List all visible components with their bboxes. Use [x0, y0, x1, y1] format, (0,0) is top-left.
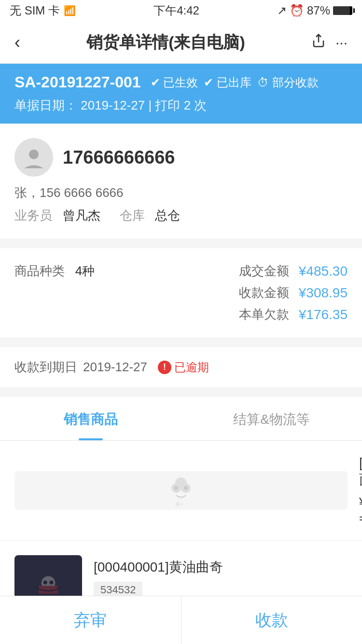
- alarm-icon: ⏰: [290, 4, 304, 17]
- svg-point-6: [184, 486, 188, 490]
- tab-settlement[interactable]: 结算&物流等: [181, 397, 362, 440]
- product-code-2: [000400001]黄油曲奇: [94, 558, 348, 576]
- svg-point-12: [49, 580, 53, 584]
- status-tag-effective: ✔ 已生效: [151, 75, 198, 90]
- nav-actions: ···: [311, 33, 348, 51]
- product-price-1: ¥40 x 5 袋 = ¥199.99: [359, 494, 362, 526]
- status-left: 无 SIM 卡 📶: [10, 3, 76, 18]
- svg-point-5: [174, 486, 178, 490]
- warehouse-label-text: 仓库: [120, 208, 145, 223]
- status-tags: ✔ 已生效 ✔ 已出库 ⏱ 部分收款: [151, 75, 319, 90]
- nav-bar: ‹ 销货单详情(来自电脑) ···: [0, 21, 362, 64]
- owed-row: 本单欠款 ¥176.35: [239, 306, 348, 323]
- cancel-review-button[interactable]: 弃审: [0, 596, 181, 644]
- carrier-text: 无 SIM 卡: [10, 3, 60, 18]
- summary-left: 商品种类 4种: [14, 263, 95, 323]
- due-section: 收款到期日 2019-12-27 ! 已逾期: [0, 347, 362, 387]
- order-date: 2019-12-27: [81, 98, 145, 112]
- back-button[interactable]: ‹: [14, 32, 20, 53]
- owed-label: 本单欠款: [239, 306, 289, 323]
- summary-grid: 商品种类 4种 成交金额 ¥485.30 收款金额 ¥308.95 本单欠款 ¥…: [14, 263, 348, 323]
- summary-section: 商品种类 4种 成交金额 ¥485.30 收款金额 ¥308.95 本单欠款 ¥…: [0, 248, 362, 337]
- avatar: [14, 138, 53, 177]
- tabs-section: 销售商品 结算&物流等: [0, 397, 362, 441]
- tabs: 销售商品 结算&物流等: [0, 397, 362, 440]
- customer-section: 17666666666 张，156 6666 6666 业务员 曾凡杰 仓库 总…: [0, 124, 362, 238]
- sales-label-text: 业务员: [14, 208, 52, 223]
- svg-point-11: [43, 580, 47, 584]
- transaction-label: 成交金额: [239, 263, 289, 280]
- summary-right: 成交金额 ¥485.30 收款金额 ¥308.95 本单欠款 ¥176.35: [239, 263, 348, 323]
- svg-text:兽+: 兽+: [175, 502, 183, 507]
- tab-products[interactable]: 销售商品: [0, 397, 181, 440]
- transaction-amount: ¥485.30: [299, 264, 348, 279]
- banner-row2: 单据日期： 2019-12-27 | 打印 2 次: [14, 97, 348, 114]
- print-info: | 打印 2 次: [148, 98, 207, 112]
- customer-name: 17666666666: [63, 147, 175, 168]
- date-label: 单据日期：: [14, 98, 77, 112]
- share-icon[interactable]: [311, 33, 326, 51]
- customer-detail: 张，156 6666 6666: [14, 184, 348, 201]
- collect-payment-button[interactable]: 收款: [181, 596, 362, 644]
- bottom-bar: 弃审 收款: [0, 596, 362, 644]
- product-item-1: 兽+ [0000002]面包 ¥40 x 5 袋 = ¥199.99: [0, 441, 362, 541]
- overdue-text: 已逾期: [174, 360, 209, 375]
- due-label: 收款到期日: [14, 359, 77, 376]
- page-title: 销货单详情(来自电脑): [86, 31, 245, 54]
- wifi-icon: 📶: [64, 5, 76, 16]
- status-tag-delivered: ✔ 已出库: [204, 75, 251, 90]
- location-icon: ↗: [277, 4, 287, 17]
- due-date: 2019-12-27: [83, 360, 147, 375]
- unit-price-1: ¥40: [359, 495, 362, 509]
- battery-icon: [333, 6, 352, 15]
- sales-label: 业务员 曾凡杰: [14, 207, 100, 224]
- product-type-row: 商品种类 4种: [14, 263, 95, 280]
- received-row: 收款金额 ¥308.95: [239, 284, 348, 301]
- product-info-1: [0000002]面包 ¥40 x 5 袋 = ¥199.99: [359, 455, 362, 526]
- svg-point-1: [29, 150, 39, 159]
- overdue-icon: !: [158, 361, 171, 374]
- status-tag-partial: ⏱ 部分收款: [257, 75, 319, 90]
- customer-meta: 业务员 曾凡杰 仓库 总仓: [14, 207, 348, 224]
- order-id: SA-20191227-001: [14, 73, 141, 91]
- banner-row1: SA-20191227-001 ✔ 已生效 ✔ 已出库 ⏱ 部分收款: [14, 73, 348, 91]
- header-banner: SA-20191227-001 ✔ 已生效 ✔ 已出库 ⏱ 部分收款 单据日期：…: [0, 64, 362, 124]
- product-code-1: [0000002]面包: [359, 455, 362, 489]
- owed-amount: ¥176.35: [299, 307, 348, 322]
- more-icon[interactable]: ···: [335, 34, 348, 51]
- status-right: ↗ ⏰ 87%: [277, 4, 352, 17]
- customer-header: 17666666666: [14, 138, 348, 177]
- product-image-1: 兽+: [14, 471, 348, 510]
- product-type-count: 4种: [75, 264, 95, 278]
- status-time: 下午4:42: [153, 3, 199, 18]
- transaction-row: 成交金额 ¥485.30: [239, 263, 348, 280]
- received-amount: ¥308.95: [299, 285, 348, 301]
- sales-person: 曾凡杰: [63, 208, 100, 223]
- overdue-badge: ! 已逾期: [158, 360, 209, 375]
- product-type-label: 商品种类: [14, 264, 65, 278]
- warehouse-name: 总仓: [155, 208, 180, 223]
- status-bar: 无 SIM 卡 📶 下午4:42 ↗ ⏰ 87%: [0, 0, 362, 21]
- warehouse-meta: 仓库 总仓: [120, 207, 181, 224]
- battery-text: 87%: [307, 4, 330, 17]
- received-label: 收款金额: [239, 284, 289, 301]
